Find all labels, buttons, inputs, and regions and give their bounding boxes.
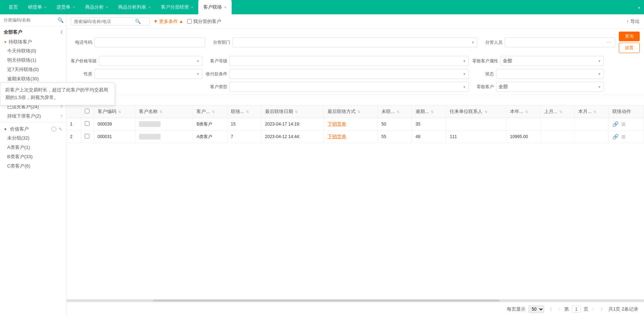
sort-this-month-icon[interactable]: ⇅ — [593, 110, 596, 114]
sidebar-item-b-class[interactable]: B类客户(33) — [0, 152, 66, 161]
sort-last-method-icon[interactable]: ⇅ — [357, 110, 360, 114]
tab-analysis-list[interactable]: 商品分析列表 × — [113, 0, 156, 14]
export-button[interactable]: ↑ 导出 — [627, 18, 640, 25]
sidebar-item-ungroup[interactable]: 未分组(32) — [0, 133, 66, 143]
sidebar-item-lost-icon: ? — [60, 105, 62, 109]
sidebar-item-declining[interactable]: 持续下滑客户(2) ? — [0, 112, 66, 121]
select-all-checkbox[interactable] — [85, 109, 89, 113]
first-page-button[interactable]: 《 — [547, 306, 553, 312]
close-all-button[interactable]: × — [638, 4, 640, 11]
filter-retail-attr-select[interactable]: 全部 ▼ — [500, 56, 604, 66]
sort-type-icon[interactable]: ⇅ — [212, 110, 215, 114]
chevron-down-icon5: ▼ — [196, 72, 200, 76]
sort-last-month-icon[interactable]: ⇅ — [559, 110, 562, 114]
col-index — [66, 105, 81, 118]
row2-code: 000031 — [94, 131, 135, 143]
filter-price-grade-select[interactable]: ▼ — [99, 56, 202, 66]
row2-last-month — [540, 131, 574, 143]
search-icon[interactable]: 🔍 — [135, 19, 141, 24]
tab-analysis[interactable]: 商品分析 × — [80, 0, 113, 14]
sort-contact-icon[interactable]: ⇅ — [246, 110, 249, 114]
filter-row-3: 性质 ▼ 收付款条件 ▼ 状态 ▼ — [71, 69, 640, 79]
horizontal-scrollbar[interactable] — [66, 299, 644, 302]
value-group-header[interactable]: ▼ 价值客户 ✎ — [0, 124, 66, 133]
scrollbar-thumb[interactable] — [153, 300, 500, 302]
row1-grid-action-icon[interactable]: ⊞ — [621, 121, 626, 127]
filter-dept-select[interactable]: ▼ — [232, 37, 477, 47]
row1-checkbox[interactable] — [85, 121, 89, 126]
filter-customer-type-select[interactable]: ▼ — [230, 82, 469, 92]
col-this-year-label: 本年... — [510, 109, 523, 114]
filter-status-select[interactable]: ▼ — [496, 69, 604, 79]
col-type-label: 客户... — [196, 109, 210, 114]
more-conditions-button[interactable]: ▼ 更多条件 ▲ — [153, 18, 184, 25]
tooltip-box: 距客户上次交易时长，超过了此客户的平均交易周期的1.5倍，则视为异常。 — [0, 82, 66, 105]
row2-last-method-link[interactable]: 下销货单 — [328, 134, 346, 139]
value-group-edit-icon[interactable]: ✎ — [59, 127, 62, 132]
collapse-sidebar-icon[interactable]: 《 — [58, 29, 62, 36]
tab-customer-contact[interactable]: 客户联络 × — [198, 0, 231, 14]
row2-contact: 7 — [227, 131, 261, 143]
tab-sales-label: 销货单 — [28, 4, 42, 10]
filter-nature-select[interactable]: ▼ — [94, 69, 202, 79]
tab-purchase-close[interactable]: × — [73, 5, 75, 9]
tab-analysis-label: 商品分析 — [85, 4, 104, 10]
filter-phone-input[interactable] — [94, 37, 205, 47]
tab-customer-segment[interactable]: 客户分层经营 × — [156, 0, 198, 14]
group-pending-contact[interactable]: ▼ 待联络客户 — [0, 37, 66, 46]
row1-type: B类客户 — [193, 118, 227, 131]
row1-link-action-icon[interactable]: 🔗 — [612, 121, 618, 127]
filter-customer-grade-select[interactable]: ▼ — [230, 56, 469, 66]
data-table: 客户编码 ⇅ 客户名称 ⇅ 客户... ⇅ 联络... — [66, 105, 644, 143]
sort-code-icon[interactable]: ⇅ — [118, 110, 121, 114]
sort-name-icon[interactable]: ⇅ — [159, 110, 162, 114]
filter-retail-customer-select[interactable]: 全部 ▼ — [496, 82, 604, 92]
current-page-input[interactable]: 1 — [572, 306, 581, 313]
row2-grid-action-icon[interactable]: ⊞ — [621, 134, 626, 140]
tab-analysis-list-close[interactable]: × — [148, 5, 150, 9]
set-button[interactable]: 设置 — [619, 43, 640, 53]
row2-this-year: 10995.00 — [506, 131, 540, 143]
last-page-button[interactable]: 》 — [600, 306, 606, 312]
row1-last-method-link[interactable]: 下销货单 — [328, 121, 346, 127]
tab-home[interactable]: 首页 — [4, 0, 23, 14]
sort-overdue-icon[interactable]: ⇅ — [431, 110, 434, 114]
sidebar-item-declining-label: 持续下滑客户(2) — [7, 113, 41, 119]
row2-link-action-icon[interactable]: 🔗 — [612, 134, 618, 140]
sidebar-search-icon[interactable]: 🔍 — [57, 17, 64, 23]
sidebar-item-today[interactable]: 今天待联络(0) — [0, 46, 66, 56]
filter-payment-select[interactable]: ▼ — [230, 69, 469, 79]
sidebar-item-7days[interactable]: 近7天待联络(0) — [0, 65, 66, 74]
sort-company-contact-icon[interactable]: ⇅ — [485, 110, 487, 114]
tab-customer-contact-close[interactable]: × — [224, 5, 226, 9]
value-group-arrow: ▼ — [4, 127, 7, 131]
tab-sales-close[interactable]: × — [44, 5, 46, 9]
query-button[interactable]: 查询 — [619, 32, 640, 41]
sidebar-item-c-class[interactable]: C类客户(6) — [0, 161, 66, 171]
row1-last-month — [540, 118, 574, 131]
tab-sales[interactable]: 销货单 × — [23, 0, 51, 14]
my-customers-checkbox[interactable] — [187, 19, 192, 24]
value-group-radio1[interactable] — [51, 127, 56, 132]
sidebar-search-area: 🔍 — [0, 14, 66, 26]
sidebar-item-7days-label: 近7天待联络(0) — [7, 66, 39, 73]
sidebar-item-a-class[interactable]: A类客户(1) — [0, 143, 66, 152]
tab-customer-segment-close[interactable]: × — [191, 5, 193, 9]
per-page-select[interactable]: 50 — [528, 305, 544, 313]
tab-purchase[interactable]: 进货单 × — [51, 0, 80, 14]
row2-checkbox[interactable] — [85, 134, 89, 138]
filter-customer-grade: 客户等级 ▼ — [206, 56, 469, 66]
search-input[interactable] — [74, 19, 135, 24]
tab-analysis-close[interactable]: × — [106, 5, 108, 9]
sidebar-item-tomorrow[interactable]: 明天待联络(1) — [0, 56, 66, 65]
sort-last-date-icon[interactable]: ⇅ — [295, 110, 298, 114]
sidebar: 🔍 全部客户 《 ▼ 待联络客户 今天待联络(0) 明天待联络(1) 近7天待联… — [0, 14, 66, 316]
filter-manager-dots[interactable]: ··· — [605, 39, 613, 46]
sidebar-search-input[interactable] — [4, 18, 57, 23]
sort-unlink-icon[interactable]: ⇅ — [397, 110, 399, 114]
prev-page-button[interactable]: 〈 — [556, 306, 561, 312]
sort-this-year-icon[interactable]: ⇅ — [525, 110, 528, 114]
sidebar-item-b-class-label: B类客户(33) — [7, 154, 33, 160]
next-page-button[interactable]: 〉 — [591, 306, 597, 312]
page-unit-label: 页 — [584, 306, 588, 312]
